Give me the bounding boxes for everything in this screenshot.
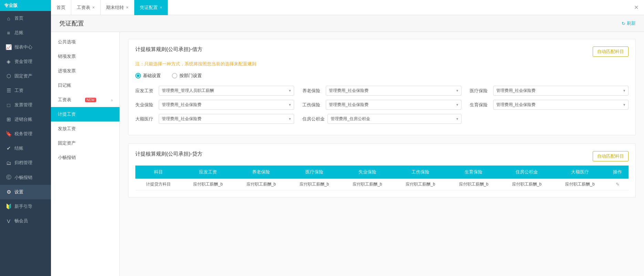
sidebar-item-home[interactable]: ⌂ 首页 [0,11,51,25]
close-voucher-config-tab[interactable]: × [160,5,162,10]
tab-home[interactable]: 首页 [51,0,71,15]
main-area: 首页 工资表 × 期末结转 × 凭证配置 × ✕ 凭证配置 ↻ 刷新 公共选项 [51,0,644,276]
housing-fund-label: 住房公积金 [302,116,325,122]
sidebar-item-archive[interactable]: 🗂 归档管理 [0,156,51,170]
left-nav-payroll-table[interactable]: 工资表 NEW › [51,93,120,107]
debit-pension: 养老保险 管理费用_社会保险费 ▾ [302,86,461,96]
medical-select[interactable]: 管理费用_社会保险费 ▾ [493,86,629,96]
tab-period-end[interactable]: 期末结转 × [101,0,134,15]
new-badge: NEW [85,98,96,102]
refresh-icon: ↻ [622,21,625,26]
sidebar-item-fund-management[interactable]: ◈ 资金管理 [0,54,51,69]
maternity-select[interactable]: 管理费用_社会保险费 ▾ [493,100,629,110]
pension-arrow: ▾ [456,88,458,93]
left-nav-fixed-assets-nav[interactable]: 固定资产 [51,136,120,150]
left-nav-accrual-payroll[interactable]: 计提工资 [51,107,120,121]
credit-row-major-medical: 应付职工薪酬_b [553,179,606,190]
debit-section-header: 计提核算规则(公司承担)-借方 自动匹配科目 [135,46,629,57]
app-title: 专业版 [0,0,51,11]
major-medical-select[interactable]: 管理费用_社会保险费 ▾ [159,114,294,124]
sidebar-item-report-center[interactable]: 📈 报表中心 [0,40,51,54]
ledger-icon: ≡ [6,30,12,36]
col-pension: 养老保险 [235,166,288,179]
sidebar-item-general-ledger[interactable]: ≡ 总账 [0,25,51,40]
radio-department-circle [172,73,177,78]
payroll-icon: ☰ [6,87,12,94]
home-icon: ⌂ [6,15,12,21]
sidebar-item-tax-management[interactable]: 🔖 税务管理 [0,127,51,141]
sidebar-item-vip[interactable]: V 畅会员 [0,214,51,228]
work-injury-arrow: ▾ [456,103,458,107]
pension-select[interactable]: 管理费用_社会保险费 ▾ [326,86,461,96]
purchase-icon: ⊞ [6,116,12,123]
housing-fund-select[interactable]: 管理费用_住房公积金 ▾ [328,114,461,124]
left-nav-public-options[interactable]: 公共选项 [51,35,120,49]
debit-auto-match-button[interactable]: 自动匹配科目 [593,46,629,57]
debit-form-row-1: 应发工资 管理费用_管理人员职工薪酬 ▾ 养老保险 管理费用_社会保险费 ▾ [135,86,629,96]
col-unemployment: 失业保险 [341,166,394,179]
debit-unemployment: 失业保险 管理费用_社会保险费 ▾ [135,100,294,110]
close-period-end-tab[interactable]: × [126,5,128,10]
debit-form-row-3: 大额医疗 管理费用_社会保险费 ▾ 住房公积金 管理费用_住房公积金 ▾ [135,114,629,124]
unemployment-arrow: ▾ [289,103,291,107]
sidebar-item-payroll[interactable]: ☰ 工资 [0,83,51,98]
report-icon: 📈 [6,44,12,50]
invoice-icon: □ [6,102,12,108]
close-all-tabs[interactable]: ✕ [629,0,644,15]
major-medical-label: 大额医疗 [135,116,156,122]
sidebar-item-purchase-sales[interactable]: ⊞ 进销台账 [0,112,51,127]
left-nav-input-invoice[interactable]: 进项发票 [51,64,120,78]
credit-row-unemployment: 应付职工薪酬_b [341,179,394,190]
radio-basic[interactable]: 基础设置 [135,73,161,79]
vip-icon: V [6,218,12,224]
work-injury-select[interactable]: 管理费用_社会保险费 ▾ [326,100,461,110]
sidebar-item-settings[interactable]: ⚙ 设置 [0,185,51,199]
page-title: 凭证配置 [59,19,84,28]
content-area: 公共选项 销项发票 进项发票 日记账 工资表 NEW › 计提工资 发放工资 [51,32,644,276]
col-apply-wage: 应发工资 [181,166,235,179]
tabs-bar: 首页 工资表 × 期末结转 × 凭证配置 × ✕ [51,0,644,15]
debit-form-row-2: 失业保险 管理费用_社会保险费 ▾ 工伤保险 管理费用_社会保险费 ▾ [135,100,629,110]
unemployment-label: 失业保险 [135,102,156,108]
debit-major-medical: 大额医疗 管理费用_社会保险费 ▾ [135,114,294,124]
left-nav-pay-payroll[interactable]: 发放工资 [51,121,120,136]
radio-department[interactable]: 按部门设置 [172,73,202,79]
debit-apply-wage: 应发工资 管理费用_管理人员职工薪酬 ▾ [135,86,294,96]
debit-note: 注：只能选择一种方式，系统将按照您当前的选择来配置规则 [135,61,629,67]
credit-row-pension: 应付职工薪酬_b [235,179,288,190]
sidebar-item-guide[interactable]: 🔰 新手引导 [0,199,51,214]
close-payroll-table-tab[interactable]: × [92,5,95,10]
chevron-icon: › [111,97,113,103]
sidebar-item-settlement[interactable]: ✔ 结账 [0,141,51,156]
debit-medical: 医疗保险 管理费用_社会保险费 ▾ [470,86,629,96]
credit-row-action[interactable]: ✎ [606,179,629,190]
major-medical-arrow: ▾ [289,117,291,121]
medical-label: 医疗保险 [470,88,490,94]
col-housing: 住房公积金 [500,166,553,179]
apply-wage-select[interactable]: 管理费用_管理人员职工薪酬 ▾ [159,86,294,96]
settings-icon: ⚙ [6,189,12,195]
maternity-arrow: ▾ [623,103,625,107]
housing-fund-arrow: ▾ [456,117,458,121]
left-nav-journal[interactable]: 日记账 [51,78,120,93]
credit-row-maternity: 应付职工薪酬_b [447,179,500,190]
left-nav-cancel-invoice[interactable]: 销项发票 [51,49,120,64]
tab-voucher-config[interactable]: 凭证配置 × [134,0,168,15]
pension-label: 养老保险 [302,88,323,94]
fund-icon: ◈ [6,59,12,65]
left-nav-xiaochangbao[interactable]: 小畅报销 [51,150,120,165]
tab-payroll-table[interactable]: 工资表 × [71,0,101,15]
credit-auto-match-button[interactable]: 自动匹配科目 [593,151,629,161]
unemployment-select[interactable]: 管理费用_社会保险费 ▾ [159,100,294,110]
sidebar: 专业版 ⌂ 首页 ≡ 总账 📈 报表中心 ◈ 资金管理 ⬡ 固定资产 ☰ 工资 … [0,0,51,276]
sidebar-item-invoice-management[interactable]: □ 发票管理 [0,98,51,112]
credit-row-work-injury: 应付职工薪酬_b [394,179,447,190]
edit-icon[interactable]: ✎ [616,182,620,187]
col-subject: 科目 [135,166,181,179]
sidebar-item-fixed-assets[interactable]: ⬡ 固定资产 [0,69,51,83]
refresh-button[interactable]: ↻ 刷新 [622,20,636,26]
apply-wage-label: 应发工资 [135,88,156,94]
col-action: 操作 [606,166,629,179]
sidebar-item-xiaochangbao[interactable]: Ⓒ 小畅报销 [0,170,51,185]
credit-row-housing: 应付职工薪酬_b [500,179,553,190]
